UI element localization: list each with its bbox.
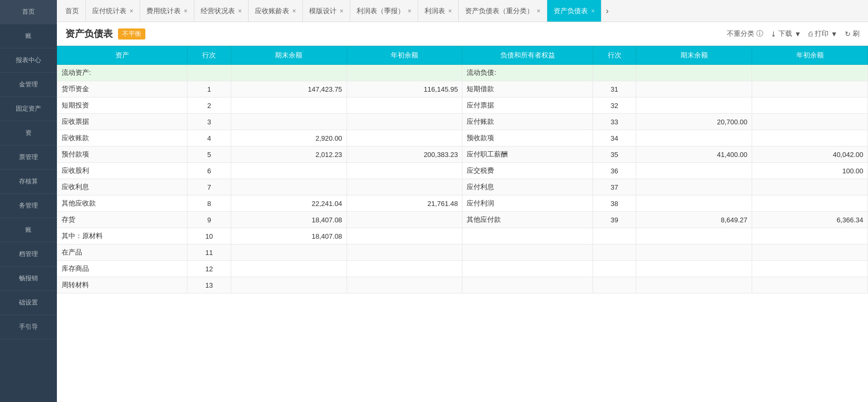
sidebar-item-label: 票管理 <box>19 153 38 161</box>
tab-template-design[interactable]: 模版设计 × <box>303 0 350 22</box>
sidebar-item-ledger[interactable]: 账 <box>0 218 57 242</box>
tab-profit-quarterly[interactable]: 利润表（季报） × <box>350 0 418 22</box>
refresh-button[interactable]: ↻ 刷 <box>845 29 860 38</box>
yr-balance2 <box>752 114 868 130</box>
row-num: 11 <box>188 244 231 261</box>
sidebar-item-capital[interactable]: 资 <box>0 121 57 145</box>
liability-label: 应付职工薪酬 <box>462 146 593 163</box>
yr-balance2 <box>752 97 868 114</box>
download-icon: ⤓ <box>771 30 776 38</box>
print-button[interactable]: ⎙ 打印 ▼ <box>808 29 837 38</box>
yr-balance <box>347 228 462 244</box>
close-tab-balance-reclassified[interactable]: × <box>537 7 540 15</box>
yr-balance2: 40,042.00 <box>752 146 868 163</box>
sidebar-item-affairs[interactable]: 务管理 <box>0 194 57 218</box>
sidebar-item-label: 存核算 <box>19 178 38 185</box>
table-row: 应收票据 3 应付账款 33 20,700.00 <box>57 114 868 130</box>
sidebar-item-home[interactable]: 首页 <box>0 0 57 24</box>
close-tab-balance[interactable]: × <box>591 7 595 15</box>
sidebar-item-fixed-assets[interactable]: 固定资产 <box>0 97 57 121</box>
sidebar-item-settings[interactable]: 础设置 <box>0 291 57 315</box>
tab-operations[interactable]: 经营状况表 × <box>194 0 249 22</box>
sidebar-item-ticket[interactable]: 票管理 <box>0 145 57 170</box>
end-balance2: 41,400.00 <box>636 146 752 163</box>
unbalanced-badge: 不平衡 <box>118 28 145 40</box>
tab-balance[interactable]: 资产负债表 × <box>547 0 601 22</box>
tab-receivable-age[interactable]: 应收账龄表 × <box>249 0 303 22</box>
table-row: 存货 9 18,407.08 其他应付款 39 8,649.27 6,366.3… <box>57 212 868 228</box>
header-asset: 资产 <box>57 46 188 65</box>
section-end2-empty <box>636 65 752 81</box>
row-num: 3 <box>188 114 231 130</box>
close-tab-receivable-age[interactable]: × <box>292 7 296 15</box>
asset-label: 应收票据 <box>57 114 188 130</box>
liability-label: 预收款项 <box>462 130 593 146</box>
close-tab-template-design[interactable]: × <box>340 7 343 15</box>
sidebar-item-label: 础设置 <box>19 299 38 306</box>
liability-label: 应付利息 <box>462 179 593 195</box>
sidebar-item-label: 畅报销 <box>19 274 38 282</box>
tab-nav-arrow[interactable]: › <box>601 0 613 22</box>
tab-payable-summary[interactable]: 应付统计表 × <box>86 0 140 22</box>
yr-balance2 <box>752 244 868 261</box>
liability-label: 应付票据 <box>462 97 593 114</box>
sidebar-item-label: 报表中心 <box>16 56 41 64</box>
sidebar-item-fund[interactable]: 金管理 <box>0 73 57 97</box>
asset-label: 应收账款 <box>57 130 188 146</box>
table-row: 应收账款 4 2,920.00 预收款项 34 <box>57 130 868 146</box>
end-balance2 <box>636 179 752 195</box>
end-balance: 18,407.08 <box>231 212 347 228</box>
sidebar-item-inventory[interactable]: 存核算 <box>0 170 57 194</box>
end-balance: 147,423.75 <box>231 81 347 97</box>
asset-label: 在产品 <box>57 244 188 261</box>
header-year-start: 年初余额 <box>347 46 462 65</box>
sidebar-item-report-center[interactable]: 报表中心 <box>0 48 57 73</box>
sidebar-item-guide[interactable]: 手引导 <box>0 315 57 339</box>
liability-label: 应交税费 <box>462 163 593 179</box>
asset-label: 库存商品 <box>57 261 188 277</box>
sidebar-item-label: 手引导 <box>19 323 38 330</box>
row-num: 9 <box>188 212 231 228</box>
row-num: 8 <box>188 195 231 212</box>
close-tab-profit-quarterly[interactable]: × <box>408 7 411 15</box>
liability-label: 其他应付款 <box>462 212 593 228</box>
close-tab-expense-summary[interactable]: × <box>184 7 188 15</box>
download-button[interactable]: ⤓ 下载 ▼ <box>771 29 801 38</box>
end-balance: 22,241.04 <box>231 195 347 212</box>
page-title-area: 资产负债表 不平衡 <box>65 27 145 40</box>
tab-balance-reclassified[interactable]: 资产负债表（重分类） × <box>459 0 547 22</box>
close-tab-operations[interactable]: × <box>238 7 242 15</box>
row-num2 <box>593 261 636 277</box>
row-num: 13 <box>188 277 231 293</box>
asset-label: 存货 <box>57 212 188 228</box>
tab-home[interactable]: 首页 <box>59 0 86 22</box>
table-row: 其他应收款 8 22,241.04 21,761.48 应付利润 38 <box>57 195 868 212</box>
table-row: 应收利息 7 应付利息 37 <box>57 179 868 195</box>
row-num2: 34 <box>593 130 636 146</box>
page-header: 资产负债表 不平衡 不重分类 ⓘ ⤓ 下载 ▼ ⎙ 打印 ▼ ↻ 刷 <box>57 22 868 46</box>
sidebar-item-account[interactable]: 账 <box>0 24 57 48</box>
tab-profit[interactable]: 利润表 × <box>418 0 459 22</box>
end-balance2: 20,700.00 <box>636 114 752 130</box>
close-tab-profit[interactable]: × <box>448 7 452 15</box>
tab-bar: 首页 应付统计表 × 费用统计表 × 经营状况表 × 应收账龄表 × 模版设计 … <box>57 0 868 22</box>
section-yr2-empty <box>752 65 868 81</box>
classification-button[interactable]: 不重分类 ⓘ <box>727 29 763 38</box>
asset-label: 货币资金 <box>57 81 188 97</box>
end-balance2 <box>636 244 752 261</box>
printer-icon: ⎙ <box>808 30 813 38</box>
sidebar-item-label: 账 <box>25 32 32 40</box>
asset-label: 其他应收款 <box>57 195 188 212</box>
close-tab-payable-summary[interactable]: × <box>130 7 133 15</box>
tab-expense-summary[interactable]: 费用统计表 × <box>140 0 194 22</box>
liability-label <box>462 261 593 277</box>
sidebar-item-expense[interactable]: 畅报销 <box>0 267 57 291</box>
end-balance: 2,920.00 <box>231 130 347 146</box>
end-balance <box>231 163 347 179</box>
end-balance2 <box>636 163 752 179</box>
sidebar-item-archive[interactable]: 档管理 <box>0 242 57 267</box>
end-balance2 <box>636 261 752 277</box>
end-balance2 <box>636 228 752 244</box>
section-liability-header: 流动负债: <box>462 65 593 81</box>
header-row2: 行次 <box>593 46 636 65</box>
